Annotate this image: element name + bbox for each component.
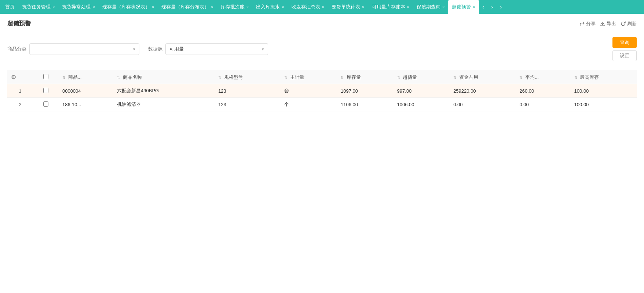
settings-button[interactable]: 设置 [612,50,637,61]
cell-spec: 123 [215,84,281,98]
row-checkbox-cell [33,84,59,98]
close-icon[interactable]: × [52,5,55,9]
cell-unit: 个 [281,98,337,111]
refresh-button[interactable]: 刷新 [621,21,637,27]
cell-capital: 0.00 [450,98,516,111]
col-stock[interactable]: ⇅ 库存量 [337,70,394,84]
close-icon[interactable]: × [92,5,95,9]
datasource-select[interactable]: 可用量 ▾ [165,43,268,55]
chevron-down-icon: ▾ [133,47,135,52]
sort-icon: ⇅ [218,75,221,79]
nav-expiry-query[interactable]: 保质期查询 × [413,0,448,14]
nav-home[interactable]: 首页 [1,0,18,14]
nav-task-exception[interactable]: 拣货异常处理 × [58,0,98,14]
nav-inventory-status[interactable]: 现存量（库存状况表） × [99,0,158,14]
sort-icon: ⇅ [341,75,344,79]
close-icon[interactable]: × [152,5,154,9]
main-content: 超储预警 分享 导出 刷新 商品 [0,14,644,293]
col-avg[interactable]: ⇅ 平均... [516,70,570,84]
close-icon[interactable]: × [211,5,213,9]
header-actions: 分享 导出 刷新 [579,21,637,27]
row-checkbox-cell [33,98,59,111]
cell-avg: 0.00 [516,98,570,111]
col-name[interactable]: ⇅ 商品名称 [113,70,215,84]
cell-stock: 1097.00 [337,84,394,98]
datasource-filter: 数据源 可用量 ▾ [148,43,268,55]
col-maxstock[interactable]: ⇅ 最高库存 [571,70,637,84]
cell-maxstock: 100.00 [571,84,637,98]
nav-available-account[interactable]: 可用量库存账本 × [368,0,413,14]
sort-icon: ⇅ [62,75,65,79]
col-capital[interactable]: ⇅ 资金占用 [450,70,516,84]
category-label: 商品分类 [7,46,26,52]
gear-icon[interactable]: ⚙ [11,74,16,80]
col-code[interactable]: ⇅ 商品... [59,70,113,84]
category-select[interactable]: ▾ [29,43,139,55]
nav-inout-flow[interactable]: 出入库流水 × [252,0,288,14]
nav-prev-arrow[interactable]: ‹ [479,0,488,14]
nav-task-mgmt[interactable]: 拣货任务管理 × [18,0,58,14]
filter-area: 商品分类 ▾ 数据源 可用量 ▾ 查询 设置 [7,33,637,65]
export-button[interactable]: 导出 [600,21,616,27]
col-settings: ⚙ [7,70,33,84]
share-button[interactable]: 分享 [579,21,596,27]
close-icon[interactable]: × [442,5,444,9]
nav-more-arrow[interactable]: › [497,0,505,14]
col-unit[interactable]: ⇅ 主计量 [281,70,337,84]
share-icon [579,21,585,26]
row-checkbox[interactable] [43,101,48,107]
cell-spec: 123 [215,98,281,111]
sort-icon: ⇅ [574,75,577,79]
cell-unit: 套 [281,84,337,98]
nav-overstock-warning[interactable]: 超储预警 × [448,0,479,14]
refresh-icon [621,21,626,26]
nav-receive-summary[interactable]: 收发存汇总表 × [288,0,328,14]
query-button[interactable]: 查询 [612,37,637,48]
nav-next-arrow[interactable]: › [488,0,497,14]
sort-icon: ⇅ [519,75,522,79]
chevron-down-icon: ▾ [262,47,264,52]
col-checkbox [33,70,59,84]
table-row: 2 186-10... 机油滤清器 123 个 1106.00 1006.00 … [7,98,637,111]
table-row: 1 0000004 六配套新昌490BPG 123 套 1097.00 997.… [7,84,637,98]
sort-icon: ⇅ [284,75,287,79]
cell-maxstock: 100.00 [571,98,637,111]
close-icon[interactable]: × [322,5,324,9]
cell-avg: 260.00 [516,84,570,98]
close-icon[interactable]: × [246,5,249,9]
filter-buttons: 查询 设置 [612,37,637,61]
table-header-row: ⚙ ⇅ 商品... ⇅ 商品名称 ⇅ 规格型号 ⇅ [7,70,637,84]
export-icon [600,21,605,26]
col-overstock[interactable]: ⇅ 超储量 [394,70,450,84]
cell-overstock: 997.00 [394,84,450,98]
nav-order-stats[interactable]: 要货单统计表 × [328,0,368,14]
cell-name: 六配套新昌490BPG [113,84,215,98]
close-icon[interactable]: × [362,5,364,9]
sort-icon: ⇅ [453,75,456,79]
cell-overstock: 1006.00 [394,98,450,111]
nav-batch-account[interactable]: 库存批次账 × [217,0,252,14]
col-spec[interactable]: ⇅ 规格型号 [215,70,281,84]
page-header: 超储预警 分享 导出 刷新 [7,20,637,27]
close-icon[interactable]: × [282,5,284,9]
cell-name: 机油滤清器 [113,98,215,111]
data-table: ⚙ ⇅ 商品... ⇅ 商品名称 ⇅ 规格型号 ⇅ [7,70,637,111]
cell-code: 0000004 [59,84,113,98]
sort-icon: ⇅ [397,75,400,79]
close-icon[interactable]: × [473,5,475,9]
category-filter: 商品分类 ▾ [7,43,139,55]
close-icon[interactable]: × [407,5,409,9]
row-number: 2 [7,98,33,111]
nav-inventory-dist[interactable]: 现存量（库存分布表） × [158,0,217,14]
sort-icon: ⇅ [117,75,120,79]
select-all-checkbox[interactable] [43,74,48,79]
row-number: 1 [7,84,33,98]
page-title: 超储预警 [7,20,31,27]
cell-stock: 1106.00 [337,98,394,111]
top-nav: 首页 拣货任务管理 × 拣货异常处理 × 现存量（库存状况表） × 现存量（库存… [0,0,644,14]
row-checkbox[interactable] [43,88,48,93]
datasource-select-value: 可用量 [169,46,184,52]
cell-capital: 259220.00 [450,84,516,98]
cell-code: 186-10... [59,98,113,111]
datasource-label: 数据源 [148,46,162,52]
